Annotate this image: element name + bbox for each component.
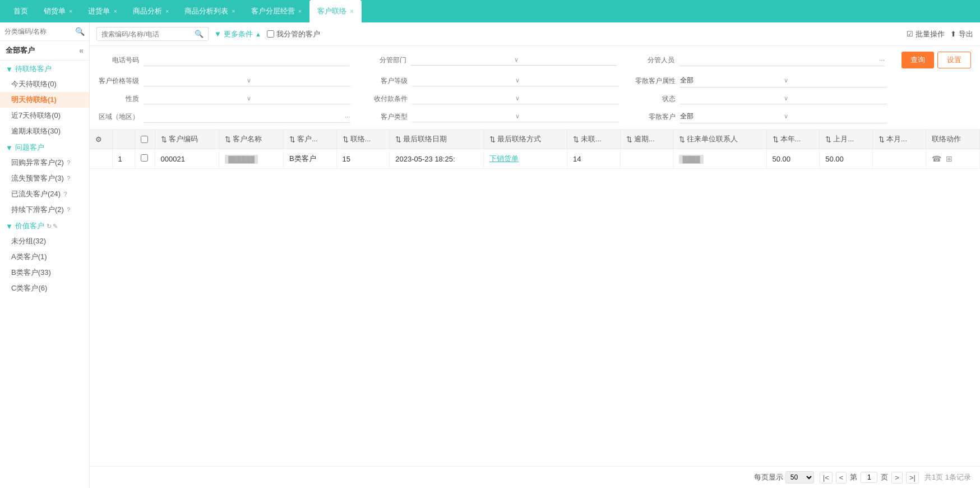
sidebar-item-ungrouped[interactable]: 未分组(32)	[0, 233, 89, 249]
nav-purchase-order[interactable]: 进货单 ×	[80, 0, 124, 22]
page-number-input[interactable]	[861, 472, 877, 483]
filter-retail-attr-select[interactable]: 全部 ∨	[680, 74, 887, 88]
sidebar-item-declining[interactable]: 持续下滑客户(2) ?	[0, 202, 89, 218]
column-customer-code[interactable]: ⇅客户编码	[155, 130, 219, 149]
page-size-select[interactable]: 50 10 20 100	[785, 471, 814, 484]
sidebar-item-loss-warning[interactable]: 流失预警客户(3) ?	[0, 171, 89, 186]
refresh-icon[interactable]: ↻	[47, 223, 52, 230]
sidebar-item-abnormal[interactable]: 回购异常客户(2) ?	[0, 155, 89, 171]
search-icon[interactable]: 🔍	[195, 30, 204, 38]
grid-action-icon[interactable]: ⊞	[946, 154, 953, 163]
more-dots-icon[interactable]: ···	[877, 56, 885, 64]
filter-status-select[interactable]: ∨	[680, 93, 887, 104]
column-last-contact-date[interactable]: ⇅最后联络日期	[390, 130, 484, 149]
nav-product-analysis-list[interactable]: 商品分析列表 ×	[177, 0, 243, 22]
settings-button[interactable]: 设置	[937, 52, 971, 68]
row-checkbox[interactable]	[141, 154, 148, 162]
nav-customer-contact[interactable]: 客户联络 ×	[309, 0, 361, 22]
filter-phone: 电话号码	[99, 54, 349, 66]
close-icon[interactable]: ×	[298, 8, 302, 15]
cell-last-month: 50.00	[820, 149, 873, 169]
sidebar-section-pending: ▼ 待联络客户	[0, 61, 89, 76]
gear-icon[interactable]: ⚙	[95, 135, 102, 144]
chevron-down-icon: ∨	[515, 95, 618, 102]
filter-retail-customer-label: 零散客户	[635, 112, 680, 122]
column-last-month[interactable]: ⇅上月...	[820, 130, 873, 149]
filter-customer-type-select[interactable]: ∨	[412, 111, 619, 122]
nav-customer-layered[interactable]: 客户分层经营 ×	[243, 0, 309, 22]
column-overdue[interactable]: ⇅逾期...	[620, 130, 673, 149]
select-all-checkbox[interactable]	[141, 136, 148, 143]
column-uncontacted[interactable]: ⇅未联...	[567, 130, 621, 149]
query-button[interactable]: 查询	[902, 52, 934, 68]
toolbar-search-box[interactable]: 🔍	[96, 27, 209, 41]
prev-page-button[interactable]: <	[836, 472, 847, 484]
column-settings[interactable]: ⚙	[90, 130, 112, 149]
close-icon[interactable]: ×	[350, 8, 353, 15]
column-unit-contact[interactable]: ⇅往来单位联系人	[673, 130, 766, 149]
filter-customer-level-label: 客户等级	[367, 76, 412, 86]
nav-product-analysis[interactable]: 商品分析 ×	[125, 0, 177, 22]
help-icon: ?	[67, 206, 70, 213]
filter-customer-level-select[interactable]: ∨	[412, 75, 619, 86]
customer-table: ⚙ ⇅客户编码 ⇅客户名称	[90, 130, 980, 169]
my-customers-check[interactable]	[267, 30, 274, 38]
filter-nature-select[interactable]: ∨	[144, 93, 350, 104]
next-page-button[interactable]: >	[891, 472, 903, 484]
sidebar-all-customers[interactable]: 全部客户 «	[0, 41, 89, 61]
phone-action-icon[interactable]: ☎	[932, 154, 941, 163]
more-filter-button[interactable]: ▼ 更多条件 ▲	[214, 29, 261, 39]
column-this-year[interactable]: ⇅本年...	[766, 130, 820, 149]
search-icon[interactable]: 🔍	[75, 27, 85, 36]
edit-icon[interactable]: ✎	[53, 223, 58, 230]
filter-row-4: 区域（地区） ··· 客户类型 ∨ 零散客户	[99, 110, 971, 123]
close-icon[interactable]: ×	[113, 8, 117, 15]
column-contact-count[interactable]: ⇅联络...	[336, 130, 390, 149]
cell-last-contact-method: 下销货单	[484, 149, 567, 169]
filter-panel: 电话号码 分管部门 ∨ 分管人员 ···	[90, 46, 980, 130]
sidebar-item-today[interactable]: 今天待联络(0)	[0, 76, 89, 92]
filter-dept-select[interactable]: ∨	[411, 54, 617, 66]
more-dots-icon[interactable]: ···	[343, 113, 350, 121]
sidebar-item-b-class[interactable]: B类客户(33)	[0, 265, 89, 280]
sidebar-item-a-class[interactable]: A类客户(1)	[0, 249, 89, 265]
close-icon[interactable]: ×	[232, 8, 235, 15]
cell-action: ☎ ⊞	[926, 149, 979, 169]
filter-row-3: 性质 ∨ 收付款条件 ∨ 状态	[99, 93, 971, 104]
column-last-contact-method[interactable]: ⇅最后联络方式	[484, 130, 567, 149]
sidebar-section-value: ▼ 价值客户 ↻ ✎	[0, 218, 89, 233]
filter-retail-customer-select[interactable]: 全部 ∨	[680, 110, 887, 123]
last-page-button[interactable]: >|	[906, 472, 919, 484]
nav-home[interactable]: 首页	[6, 0, 36, 22]
nav-sales-order[interactable]: 销货单 ×	[36, 0, 80, 22]
filter-row-1: 电话号码 分管部门 ∨ 分管人员 ···	[99, 52, 971, 68]
collapse-icon[interactable]: «	[79, 46, 84, 55]
filter-actions: 查询 设置	[902, 52, 971, 68]
search-input[interactable]	[101, 30, 195, 38]
column-customer-name[interactable]: ⇅客户名称	[219, 130, 284, 149]
filter-payment-select[interactable]: ∨	[412, 93, 619, 104]
sidebar-item-7days[interactable]: 近7天待联络(0)	[0, 108, 89, 123]
sidebar-item-overdue[interactable]: 逾期未联络(30)	[0, 123, 89, 139]
column-customer-type[interactable]: ⇅客户...	[283, 130, 336, 149]
chevron-down-icon: ∨	[247, 95, 350, 102]
filter-price-level-select[interactable]: ∨	[144, 75, 350, 86]
sidebar-search-input[interactable]	[4, 27, 75, 35]
filter-phone-input[interactable]	[144, 54, 349, 66]
column-this-month[interactable]: ⇅本月...	[872, 130, 926, 149]
export-button[interactable]: ⬆ 导出	[950, 29, 973, 39]
column-checkbox[interactable]	[135, 130, 155, 149]
sidebar-item-lost[interactable]: 已流失客户(24) ?	[0, 186, 89, 202]
close-icon[interactable]: ×	[165, 8, 169, 15]
batch-operation-button[interactable]: ☑ 批量操作	[907, 29, 945, 39]
filter-status-label: 状态	[635, 94, 680, 104]
close-icon[interactable]: ×	[69, 8, 72, 15]
arrow-up-icon: ▲	[255, 31, 261, 38]
sidebar-item-tomorrow[interactable]: 明天待联络(1)	[0, 92, 89, 108]
sidebar-item-c-class[interactable]: C类客户(6)	[0, 280, 89, 296]
cell-checkbox[interactable]	[135, 149, 155, 169]
my-customers-checkbox[interactable]: 我分管的客户	[267, 29, 320, 39]
first-page-button[interactable]: |<	[820, 472, 833, 484]
filter-icon: ▼	[214, 30, 221, 38]
filter-payment-label: 收付款条件	[367, 94, 412, 104]
